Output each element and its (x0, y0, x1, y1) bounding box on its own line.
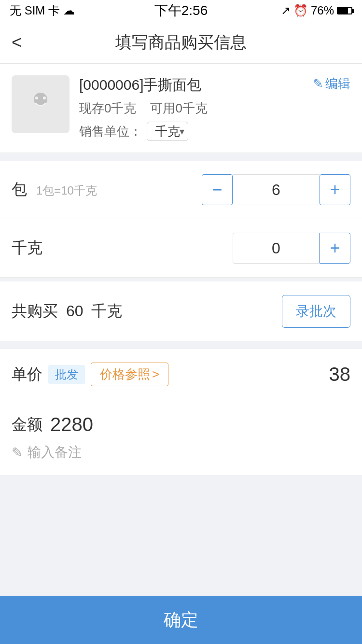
product-unit: 销售单位： 千克 包 (79, 122, 350, 141)
pencil-icon: ✎ (12, 445, 23, 461)
total-text: 共购买 60 千克 (12, 301, 122, 322)
location-icon: ↗ (281, 4, 291, 17)
total-section: 共购买 60 千克 录批次 (0, 278, 362, 341)
unit-select[interactable]: 千克 包 (147, 122, 188, 141)
status-bar: 无 SIM 卡 ☁ 下午2:56 ↗ ⏰ 76% (0, 0, 362, 21)
price-reference-button[interactable]: 价格参照 > (91, 363, 168, 386)
back-button[interactable]: < (12, 32, 22, 53)
confirm-button[interactable]: 确定 (0, 596, 362, 644)
batch-button[interactable]: 录批次 (282, 295, 350, 328)
battery-icon (337, 7, 352, 14)
edit-icon: ✎ (313, 76, 323, 91)
product-image (12, 75, 70, 133)
quantity-input-bao[interactable] (233, 174, 320, 205)
note-row[interactable]: ✎ 输入备注 (12, 443, 350, 462)
increment-kg-button[interactable]: + (320, 233, 350, 264)
product-name: [0000006]手撕面包 (79, 75, 201, 95)
status-left: 无 SIM 卡 ☁ (10, 3, 75, 18)
quantity-sublabel-bao: 1包=10千克 (36, 184, 97, 197)
price-section: 单价 批发 价格参照 > 38 (0, 349, 362, 400)
price-value: 38 (329, 364, 351, 385)
quantity-control-kg: + (233, 233, 350, 264)
edit-button[interactable]: ✎ 编辑 (313, 75, 350, 92)
quantity-label-kg: 千克 (12, 238, 233, 259)
total-amount-value: 60 (66, 302, 84, 320)
quantity-input-kg[interactable] (233, 233, 320, 264)
quantity-section: 包 1包=10千克 − + 千克 + (0, 161, 362, 278)
decrement-bao-button[interactable]: − (202, 174, 233, 205)
page-title: 填写商品购买信息 (115, 31, 247, 54)
product-section: [0000006]手撕面包 ✎ 编辑 现存0千克 可用0千克 销售单位： 千克 … (0, 64, 362, 153)
nav-bar: < 填写商品购买信息 (0, 21, 362, 64)
battery-level: 76% (311, 4, 334, 17)
price-amount-container: 单价 批发 价格参照 > 38 金额 2280 ✎ 输入备注 (0, 349, 362, 475)
product-logo-icon (26, 90, 55, 119)
amount-value: 2280 (50, 414, 93, 435)
quantity-label-bao: 包 1包=10千克 (12, 179, 202, 200)
price-label: 单价 (12, 364, 42, 385)
quantity-row-bao: 包 1包=10千克 − + (0, 161, 362, 219)
unit-select-wrapper[interactable]: 千克 包 (147, 122, 188, 141)
sim-status: 无 SIM 卡 ☁ (10, 3, 75, 18)
status-time: 下午2:56 (154, 1, 208, 20)
product-stock: 现存0千克 可用0千克 (79, 100, 350, 117)
product-info: [0000006]手撕面包 ✎ 编辑 现存0千克 可用0千克 销售单位： 千克 … (79, 75, 350, 141)
svg-point-2 (43, 97, 46, 99)
amount-section: 金额 2280 ✎ 输入备注 (0, 400, 362, 475)
amount-label: 金额 (12, 414, 42, 435)
alarm-icon: ⏰ (293, 4, 308, 17)
status-right: ↗ ⏰ 76% (281, 4, 352, 17)
increment-bao-button[interactable]: + (320, 174, 350, 205)
amount-row: 金额 2280 (12, 414, 350, 435)
svg-point-1 (35, 97, 38, 99)
price-badge: 批发 (48, 365, 85, 384)
content-spacer (0, 475, 362, 572)
note-placeholder: 输入备注 (28, 443, 82, 462)
quantity-row-kg: 千克 + (0, 219, 362, 278)
quantity-control-bao: − + (202, 174, 350, 205)
